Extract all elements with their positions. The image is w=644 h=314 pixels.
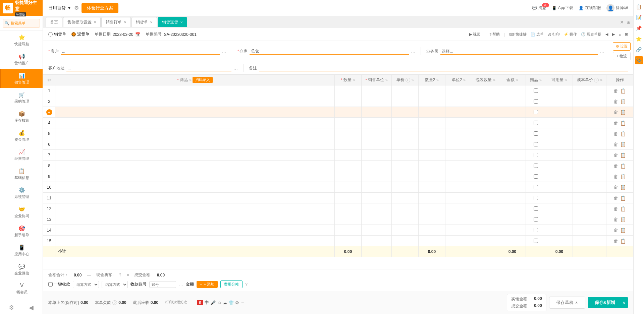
fee-help-icon[interactable]: ? (245, 282, 248, 287)
copy-row-8-icon[interactable]: 📋 (620, 163, 626, 169)
copy-row-14-icon[interactable]: 📋 (620, 228, 626, 233)
sidebar-item-guide[interactable]: 🎯 新手引导 (0, 222, 43, 241)
payment-checkbox-input[interactable] (48, 282, 53, 287)
scan-input-button[interactable]: 扫码录入 (193, 77, 213, 83)
save-new-chevron-button[interactable]: ∨ (621, 297, 628, 308)
logistics-button[interactable]: + 物流 (613, 52, 631, 60)
sort-avail-icon[interactable]: ⇅ (565, 78, 567, 82)
delete-row-4-icon[interactable]: 🗑 (613, 120, 618, 126)
col-settings-icon[interactable]: ⚙ (47, 78, 51, 82)
gift-checkbox-3[interactable] (534, 110, 538, 114)
help-button[interactable]: ? 帮助 (489, 32, 500, 37)
sidebar-item-appcenter[interactable]: 📱 应用中心 (0, 241, 43, 260)
calc-method-select[interactable]: 结算方式 (73, 281, 99, 288)
delete-row-8-icon[interactable]: 🗑 (613, 163, 618, 169)
copy-row-10-icon[interactable]: 📋 (620, 185, 626, 190)
next-button[interactable]: ▶ (612, 32, 615, 37)
online-service-button[interactable]: 👤 在线客服 (579, 5, 601, 11)
delete-row-3-icon[interactable]: 🗑 (613, 110, 618, 115)
salesperson-dots-button[interactable]: ... (600, 48, 604, 54)
gift-checkbox-1[interactable] (534, 88, 538, 93)
video-button[interactable]: ▶ 视频 (469, 32, 480, 37)
calendar-icon[interactable]: 📅 (135, 32, 140, 37)
sort-product-icon[interactable]: ⇅ (189, 78, 192, 82)
gift-checkbox-4[interactable] (534, 121, 538, 125)
one-click-payment-checkbox[interactable]: 一键收款 (48, 281, 70, 287)
notification-button[interactable]: 💬 消息 70 (532, 5, 546, 11)
gift-checkbox-15[interactable] (534, 239, 538, 243)
copy-row-13-icon[interactable]: 📋 (620, 217, 626, 222)
tab-home[interactable]: 首页 (46, 17, 62, 27)
sort-unit-icon[interactable]: ⇅ (385, 78, 388, 82)
tab-sales-return[interactable]: 销货退货 ✕ (158, 17, 187, 27)
copy-row-6-icon[interactable]: 📋 (620, 142, 626, 147)
sort-qty2-icon[interactable]: ⇅ (436, 78, 439, 82)
gift-checkbox-12[interactable] (534, 206, 538, 211)
gift-checkbox-6[interactable] (534, 142, 538, 146)
tab-close-all-icon[interactable]: ✕ (620, 19, 624, 25)
app-download-button[interactable]: 📱 App下载 (552, 5, 573, 11)
sidebar-item-sales[interactable]: 📊 销售管理 (0, 69, 43, 88)
copy-row-2-icon[interactable]: 📋 (620, 99, 626, 104)
radio-sale-input[interactable] (48, 32, 53, 37)
sidebar-item-system[interactable]: ⚙️ 系统管理 (0, 184, 43, 203)
sort-qty-icon[interactable]: ⇅ (353, 78, 355, 82)
price-info-icon[interactable]: i (406, 78, 410, 82)
tab-layout-icon[interactable]: ⊞ (627, 19, 631, 25)
copy-row-3-icon[interactable]: 📋 (620, 110, 626, 115)
radio-return[interactable]: 退货单 (71, 32, 89, 37)
delete-row-1-icon[interactable]: 🗑 (613, 88, 618, 93)
sidebar-collapse-button[interactable]: ◀ (23, 304, 40, 311)
print-button[interactable]: 🖨 打印 (548, 32, 560, 37)
gift-checkbox-8[interactable] (534, 164, 538, 168)
shortcut-button[interactable]: ⌨ 快捷键 (509, 32, 527, 37)
gift-checkbox-9[interactable] (534, 174, 538, 179)
breadcrumb-select[interactable]: 日用百货 ▼ (48, 5, 71, 11)
tab-close-icon[interactable]: ✕ (150, 20, 153, 24)
list-view-button[interactable]: ≡ (619, 33, 621, 37)
gift-checkbox-2[interactable] (534, 99, 538, 104)
customer-input[interactable] (61, 48, 220, 55)
sidebar-item-operation[interactable]: 📈 经营管理 (0, 145, 43, 165)
sort-unit2-icon[interactable]: ⇅ (463, 78, 466, 82)
delete-row-13-icon[interactable]: 🗑 (613, 217, 618, 222)
address-dots-button[interactable]: ... (233, 65, 238, 71)
history-button[interactable]: 🕐 历史单据 (581, 32, 601, 37)
delete-row-9-icon[interactable]: 🗑 (613, 174, 618, 179)
add-button[interactable]: + + 添加 (197, 281, 218, 288)
delete-row-2-icon[interactable]: 🗑 (613, 99, 618, 104)
sidebar-item-shortcut[interactable]: ⭐ 快捷导航 (0, 31, 43, 50)
delete-row-14-icon[interactable]: 🗑 (613, 228, 618, 233)
cash-discount-help-icon[interactable]: ? (119, 273, 121, 277)
product-input-row3[interactable] (57, 110, 332, 115)
search-menu-button[interactable]: 🔍 搜索菜单 (3, 19, 40, 28)
gift-checkbox-14[interactable] (534, 228, 538, 232)
gift-checkbox-7[interactable] (534, 153, 538, 157)
customer-dots-button[interactable]: ... (222, 48, 226, 54)
fee-split-button[interactable]: 费用分摊 (220, 280, 243, 288)
user-info[interactable]: 👤 徐泽华 (606, 4, 628, 12)
sidebar-item-finance[interactable]: 💰 资金管理 (0, 126, 43, 145)
grid-view-button[interactable]: ⊞ (625, 32, 628, 37)
prev-button[interactable]: ◀ (605, 32, 608, 37)
delete-row-15-icon[interactable]: 🗑 (613, 238, 618, 244)
radio-sale[interactable]: 销货单 (48, 32, 66, 37)
quick-btn-4[interactable]: ⭐ (635, 35, 643, 43)
add-row-button[interactable]: + (46, 109, 52, 115)
sidebar-item-member[interactable]: V 畅会员 (0, 279, 43, 298)
delete-row-7-icon[interactable]: 🗑 (613, 152, 618, 158)
copy-row-4-icon[interactable]: 📋 (620, 120, 626, 126)
gift-checkbox-11[interactable] (534, 196, 538, 200)
quick-btn-6[interactable]: 📎 (635, 56, 643, 64)
sidebar-item-marketing[interactable]: 📢 营销推广 (0, 50, 43, 69)
save-new-button[interactable]: 保存&新增 (588, 297, 622, 308)
gift-checkbox-10[interactable] (534, 185, 538, 189)
delete-row-10-icon[interactable]: 🗑 (613, 185, 618, 190)
cost-info-icon[interactable]: i (594, 78, 599, 82)
sort-price-icon[interactable]: ⇅ (411, 78, 414, 82)
copy-row-15-icon[interactable]: 📋 (620, 238, 626, 244)
sidebar-settings-button[interactable]: ⚙ (3, 304, 20, 311)
sidebar-item-wechat[interactable]: 💬 企业微信 (0, 260, 43, 279)
choose-button[interactable]: 📄 选单 (531, 32, 544, 37)
quick-btn-3[interactable]: 📌 (635, 24, 643, 32)
